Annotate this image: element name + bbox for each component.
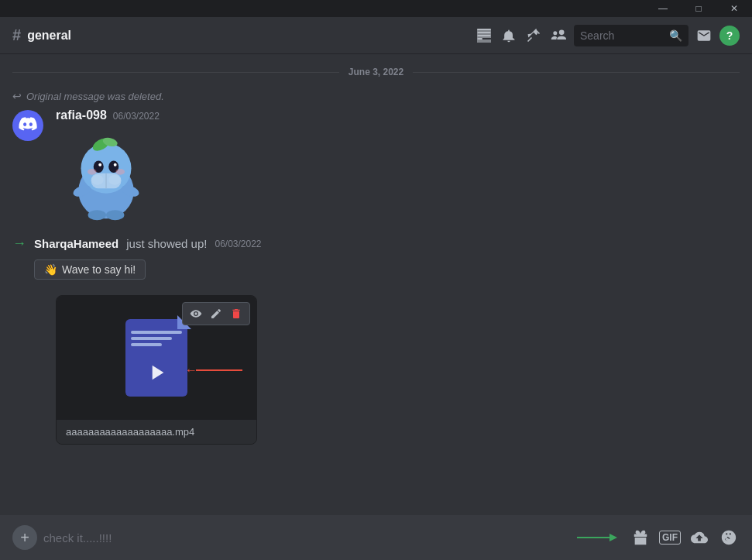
play-icon: [122, 360, 191, 385]
svg-point-24: [730, 535, 732, 537]
date-divider: June 3, 2022: [0, 60, 752, 84]
avatar-rafia: [12, 110, 43, 141]
blueberry-sticker: [56, 125, 156, 226]
svg-point-15: [108, 175, 121, 185]
emoji-icon[interactable]: [718, 527, 740, 548]
channel-title: general: [27, 29, 71, 43]
divider-line-left: [12, 72, 339, 73]
header-icons: 🔍 ?: [475, 25, 740, 46]
svg-rect-2: [477, 35, 491, 36]
date-divider-text: June 3, 2022: [339, 67, 413, 77]
discord-avatar-icon: [19, 115, 37, 136]
system-author: SharqaHameed: [34, 237, 118, 250]
upload-icon[interactable]: [688, 527, 710, 548]
gift-icon[interactable]: [630, 527, 651, 548]
search-input[interactable]: [580, 29, 664, 42]
message-rafia: rafia-098 06/03/2022: [0, 105, 752, 232]
minimize-button[interactable]: —: [645, 0, 681, 17]
green-arrow-icon: [577, 531, 623, 544]
edit-button[interactable]: [208, 305, 225, 322]
message-author-rafia: rafia-098: [56, 108, 107, 122]
svg-point-11: [114, 163, 117, 167]
help-icon[interactable]: ?: [719, 26, 740, 46]
message-input[interactable]: [43, 529, 571, 546]
wave-button[interactable]: 👋 Wave to say hi!: [34, 259, 146, 280]
red-arrow-container: ←: [185, 363, 241, 377]
message-attachment: ← aaaaaaaaaaaaaaaaaaa.mp4: [0, 280, 752, 448]
svg-rect-1: [477, 32, 491, 33]
pin-icon[interactable]: [524, 26, 543, 45]
svg-marker-23: [609, 534, 617, 541]
search-bar[interactable]: 🔍: [574, 25, 688, 46]
attachment-toolbar: [182, 302, 250, 325]
view-button[interactable]: [187, 305, 204, 322]
maximize-button[interactable]: □: [681, 0, 716, 17]
svg-point-14: [91, 175, 104, 185]
sticker-container: [56, 125, 740, 229]
message-input-bar: + GIF: [0, 515, 752, 560]
hash-icon: #: [12, 26, 21, 44]
title-bar: — □ ✕: [0, 0, 752, 17]
add-attachment-button[interactable]: +: [12, 525, 37, 550]
message-list: June 3, 2022 ↩ Original message was dele…: [0, 54, 752, 515]
delete-button[interactable]: [228, 305, 245, 322]
file-lines: [131, 331, 182, 346]
svg-point-10: [98, 163, 101, 167]
system-action: just showed up!: [126, 237, 207, 250]
deleted-message-text: Original message was deleted.: [26, 91, 164, 102]
attachment-filename: aaaaaaaaaaaaaaaaaaa.mp4: [57, 420, 256, 444]
members-icon[interactable]: [549, 26, 568, 45]
message-header-rafia: rafia-098 06/03/2022: [56, 108, 740, 122]
system-message-joined: → SharqaHameed just showed up! 06/03/202…: [0, 232, 752, 255]
deleted-message-notice: ↩ Original message was deleted.: [0, 90, 752, 105]
svg-rect-3: [477, 38, 482, 40]
attachment-container: ← aaaaaaaaaaaaaaaaaaa.mp4: [56, 295, 257, 445]
video-file-icon: [122, 315, 191, 400]
close-button[interactable]: ✕: [716, 0, 752, 17]
join-arrow-icon: →: [12, 235, 26, 252]
channel-name: # general: [12, 26, 71, 44]
gif-icon[interactable]: GIF: [659, 531, 681, 545]
wave-emoji: 👋: [44, 263, 57, 276]
reply-arrow-icon: ↩: [12, 90, 22, 102]
attachment-wrapper: ← aaaaaaaaaaaaaaaaaaa.mp4: [12, 289, 740, 445]
wave-button-container: 👋 Wave to say hi!: [0, 255, 752, 280]
system-timestamp: 06/03/2022: [215, 239, 261, 249]
svg-point-20: [88, 169, 97, 175]
threads-icon[interactable]: [475, 26, 493, 45]
message-content-rafia: rafia-098 06/03/2022: [56, 108, 740, 229]
svg-point-18: [88, 210, 106, 220]
bell-icon[interactable]: [500, 26, 518, 45]
svg-point-19: [106, 210, 124, 220]
svg-point-21: [115, 169, 125, 175]
message-timestamp-rafia: 06/03/2022: [113, 111, 160, 122]
channel-header: # general: [0, 17, 752, 54]
search-icon: 🔍: [669, 29, 682, 42]
input-right-icons: GIF: [630, 527, 740, 548]
svg-rect-0: [477, 29, 491, 30]
wave-label: Wave to say hi!: [62, 263, 136, 276]
inbox-icon[interactable]: [695, 26, 713, 45]
divider-line-right: [413, 72, 740, 73]
svg-point-25: [726, 535, 727, 537]
